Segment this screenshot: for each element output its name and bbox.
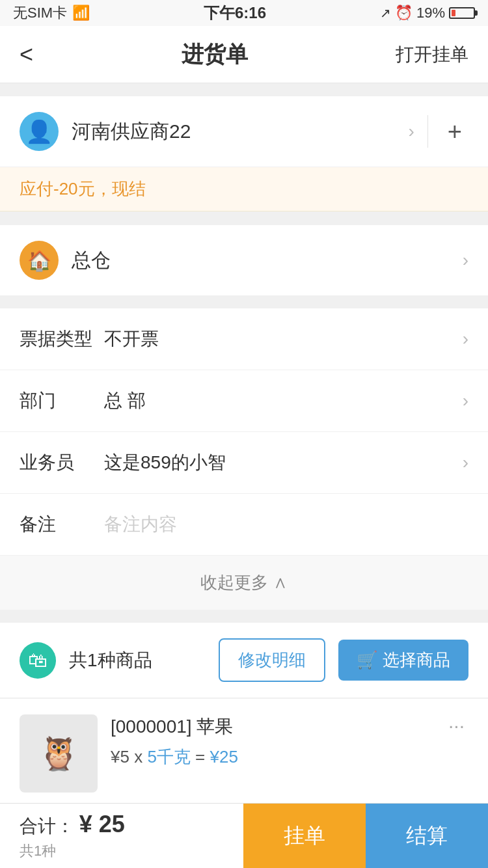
select-product-button[interactable]: 🛒 选择商品 [338, 640, 468, 681]
product-thumb-icon: 🦉 [38, 735, 79, 772]
remark-label: 备注 [20, 512, 104, 537]
price-equals: = [195, 747, 210, 766]
nav-bar: < 进货单 打开挂单 [0, 26, 488, 83]
invoice-type-label: 票据类型 [20, 327, 104, 351]
price-times: x [134, 747, 147, 766]
battery-percent: 19% [416, 5, 445, 21]
person-icon: 👤 [25, 118, 53, 144]
invoice-type-row[interactable]: 票据类型 不开票 › [0, 308, 488, 370]
product-unit-price: ¥5 [111, 747, 129, 766]
salesperson-chevron-icon: › [463, 452, 468, 473]
bottom-bar: 合计： ¥ 25 共1种 挂单 结算 [0, 803, 488, 868]
remark-input[interactable]: 备注内容 [104, 512, 468, 537]
invoice-type-value: 不开票 [104, 327, 463, 351]
supplier-name: 河南供应商22 [72, 118, 408, 145]
supplier-row[interactable]: 👤 河南供应商22 › + [0, 96, 488, 167]
warehouse-chevron-icon: › [463, 250, 468, 271]
total-row: 合计： ¥ 25 [20, 811, 224, 839]
status-time: 下午6:16 [204, 3, 266, 23]
department-label: 部门 [20, 388, 104, 413]
warehouse-icon-wrap: 🏠 [20, 241, 59, 280]
carrier-label: 无SIM卡 [13, 3, 67, 23]
total-section: 合计： ¥ 25 共1种 [0, 804, 243, 868]
select-product-label: 选择商品 [383, 649, 450, 671]
product-item: 🦉 [0000001] 苹果 ¥5 x 5千克 = ¥25 ··· [0, 698, 488, 808]
warehouse-row[interactable]: 🏠 总仓 › [0, 224, 488, 295]
status-right: ↗ ⏰ 19% [380, 5, 475, 21]
wifi-icon: 📶 [72, 5, 90, 21]
status-left: 无SIM卡 📶 [13, 3, 90, 23]
salesperson-row[interactable]: 业务员 这是859的小智 › [0, 432, 488, 494]
department-chevron-icon: › [463, 390, 468, 411]
product-code: [0000001] [111, 716, 192, 737]
warehouse-name: 总仓 [72, 247, 463, 274]
status-bar: 无SIM卡 📶 下午6:16 ↗ ⏰ 19% [0, 0, 488, 26]
hang-button[interactable]: 挂单 [243, 804, 366, 868]
total-sub: 共1种 [20, 841, 224, 861]
products-icon: 🛍 [28, 649, 47, 671]
location-icon: ↗ [380, 5, 391, 21]
department-row[interactable]: 部门 总 部 › [0, 370, 488, 432]
remark-row[interactable]: 备注 备注内容 [0, 494, 488, 556]
alarm-icon: ⏰ [395, 5, 413, 21]
battery-icon [449, 7, 475, 19]
product-more-button[interactable]: ··· [444, 714, 468, 737]
cart-icon: 🛒 [357, 650, 377, 670]
products-count: 共1种商品 [69, 648, 206, 673]
separator-1 [0, 83, 488, 96]
products-icon-wrap: 🛍 [20, 642, 56, 679]
total-amount: ¥ 25 [79, 811, 125, 837]
payment-notice: 应付-20元，现结 [0, 167, 488, 211]
supplier-card: 👤 河南供应商22 › + 应付-20元，现结 [0, 96, 488, 211]
edit-detail-button[interactable]: 修改明细 [219, 638, 325, 682]
product-total: ¥25 [210, 747, 238, 766]
total-label: 合计： [20, 816, 74, 836]
supplier-divider [427, 115, 428, 148]
page-title: 进货单 [182, 40, 248, 70]
product-quantity: 5千克 [147, 747, 190, 766]
product-name: [0000001] 苹果 [111, 714, 431, 739]
collapse-toggle[interactable]: 收起更多 ∧ [0, 556, 488, 610]
product-title: 苹果 [197, 716, 233, 737]
checkout-button[interactable]: 结算 [366, 804, 488, 868]
supplier-avatar: 👤 [20, 112, 59, 151]
warehouse-icon: 🏠 [27, 249, 51, 272]
supplier-chevron-icon: › [408, 121, 414, 142]
products-header: 🛍 共1种商品 修改明细 🛒 选择商品 [0, 623, 488, 698]
salesperson-value: 这是859的小智 [104, 450, 463, 475]
department-value: 总 部 [104, 388, 463, 413]
battery-fill [452, 10, 455, 16]
salesperson-label: 业务员 [20, 450, 104, 475]
separator-2 [0, 211, 488, 224]
form-section: 票据类型 不开票 › 部门 总 部 › 业务员 这是859的小智 › 备注 备注… [0, 308, 488, 556]
invoice-type-chevron-icon: › [463, 329, 468, 349]
back-button[interactable]: < [20, 41, 33, 68]
add-supplier-button[interactable]: + [441, 118, 468, 146]
product-info: [0000001] 苹果 ¥5 x 5千克 = ¥25 [111, 714, 431, 768]
warehouse-card: 🏠 总仓 › [0, 224, 488, 295]
product-thumbnail: 🦉 [20, 714, 98, 793]
open-hang-button[interactable]: 打开挂单 [396, 42, 468, 67]
product-price-row: ¥5 x 5千克 = ¥25 [111, 746, 431, 768]
